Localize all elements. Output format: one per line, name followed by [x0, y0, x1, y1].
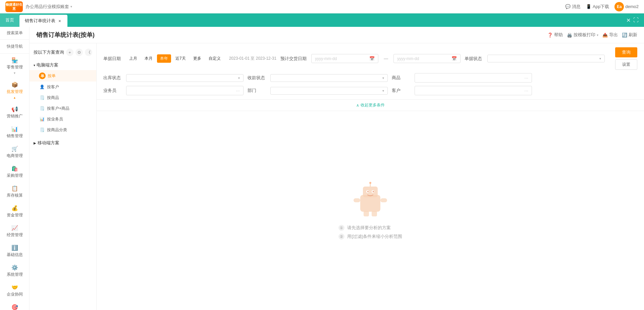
- window-expand-button[interactable]: ⛶: [633, 17, 639, 23]
- sidebar-item-marketing[interactable]: 📢 营销推广: [0, 103, 29, 122]
- scheme-group-pc-header[interactable]: ▾ 电脑端方案: [30, 60, 96, 70]
- svg-rect-8: [364, 211, 369, 216]
- sidebar-item-retail[interactable]: 🏪 零售管理 ▾: [0, 54, 29, 78]
- left-panel-title: 按以下方案查询: [34, 49, 64, 55]
- date-label: 单据日期: [103, 56, 122, 62]
- help-icon: ❓: [547, 33, 553, 38]
- chevron-down-icon: ▾: [382, 89, 384, 93]
- sidebar-item-newbie[interactable]: 🎯 新手引导: [0, 301, 29, 310]
- order-status-select[interactable]: ▾: [487, 55, 605, 62]
- scheme-item-by-goods[interactable]: 🗒️ 按商品: [30, 92, 96, 103]
- settings-button[interactable]: 设置: [615, 59, 637, 70]
- content-body: 按以下方案查询 ＋ ⊙ 《 ▾ 电脑端方案 单 按单: [30, 43, 644, 310]
- sidebar-quick-nav[interactable]: 快捷导航: [0, 40, 29, 54]
- date-btn-this-year[interactable]: 本年: [157, 54, 171, 63]
- customer-select[interactable]: ···: [415, 86, 532, 95]
- sidebar-item-ecommerce[interactable]: 🛒 电商管理: [0, 142, 29, 162]
- sales-icon: 📊: [11, 126, 18, 132]
- date-btn-7days[interactable]: 近7天: [172, 54, 189, 63]
- topbar-right: 💬 消息 📱 App下载 Ea demo2: [565, 2, 639, 11]
- filter-area: 单据日期 上月 本月 本年 近7天 更多 自定义 2023-01-01 至 20…: [97, 43, 644, 100]
- tip-num-1: ①: [338, 225, 344, 231]
- filter-row-salesman: 业务员 ··· 部门 ▾ 客户 ···: [103, 86, 637, 95]
- salesman-filter-label: 业务员: [103, 88, 122, 94]
- tab-home[interactable]: 首页: [0, 13, 19, 27]
- goods-filter-label: 商品: [392, 75, 411, 81]
- goods-select[interactable]: ···: [415, 73, 532, 83]
- dept-select[interactable]: ▾: [270, 87, 388, 95]
- svg-point-4: [367, 191, 369, 192]
- app-title[interactable]: 办公用品行业模拟账套 ▾: [25, 4, 72, 10]
- quick-nav-label[interactable]: 快捷导航: [0, 42, 29, 51]
- template-print-button[interactable]: 🖨️ 按模板打印 ▾: [567, 32, 598, 38]
- tabbar-actions: ✕ ⛶: [626, 13, 644, 27]
- message-button[interactable]: 💬 消息: [565, 4, 581, 10]
- sidebar-item-basic-info[interactable]: ℹ️ 基础信息: [0, 241, 29, 261]
- scheme-item-by-order[interactable]: 单 按单: [30, 70, 96, 82]
- system-icon: ⚙️: [11, 264, 18, 271]
- filter-action-buttons: 查询 设置: [615, 47, 637, 70]
- tab-close-button[interactable]: ×: [57, 18, 62, 23]
- ellipsis-icon: ···: [236, 88, 240, 93]
- sidebar-item-finance[interactable]: 💰 资金管理: [0, 202, 29, 221]
- sidebar-item-system[interactable]: ⚙️ 系统管理: [0, 261, 29, 281]
- robot-svg: [350, 182, 390, 218]
- sidebar-item-operations[interactable]: 📈 经营管理: [0, 221, 29, 241]
- refresh-button[interactable]: 🔄 刷新: [622, 32, 637, 38]
- scheme-item-by-salesman[interactable]: 📊 按业务员: [30, 114, 96, 124]
- ellipsis-icon: ···: [524, 75, 528, 81]
- date-buttons: 上月 本月 本年 近7天 更多 自定义: [126, 54, 224, 63]
- sidebar-search[interactable]: 搜索菜单: [0, 27, 29, 40]
- scheme-item-by-customer-goods[interactable]: 🗒️ 按客户+商品: [30, 103, 96, 114]
- collapse-icon: ∧: [356, 103, 359, 108]
- tab-sales-order-stats[interactable]: 销售订单统计表 ×: [19, 15, 67, 27]
- scheme-group-mobile-header[interactable]: ▶ 移动端方案: [30, 138, 96, 148]
- sidebar-item-purchase[interactable]: 🛍️ 采购管理: [0, 162, 29, 182]
- sidebar-item-enterprise[interactable]: 🤝 企业协同: [0, 281, 29, 301]
- chevron-down-icon: ▾: [34, 63, 35, 67]
- scheme-item-by-goods-category[interactable]: 🗒️ 按商品分类: [30, 124, 96, 135]
- date-btn-last-month[interactable]: 上月: [126, 54, 140, 63]
- sidebar-item-sales[interactable]: 📊 销售管理: [0, 122, 29, 142]
- user-menu[interactable]: Ea demo2: [614, 2, 639, 11]
- collapse-panel-button[interactable]: 《: [85, 49, 92, 56]
- customer-goods-icon: 🗒️: [39, 105, 45, 111]
- chevron-down-icon: ▾: [382, 76, 384, 80]
- salesman-select[interactable]: ···: [126, 86, 244, 95]
- date-btn-more[interactable]: 更多: [190, 54, 204, 63]
- delivery-date-start-input[interactable]: yyyy-mm-dd 📅: [311, 54, 378, 63]
- customer-icon: 👤: [39, 84, 45, 90]
- payment-status-label: 收款状态: [248, 75, 266, 81]
- right-panel: 单据日期 上月 本月 本年 近7天 更多 自定义 2023-01-01 至 20…: [97, 43, 644, 310]
- sidebar-item-inventory[interactable]: 📋 库存核算: [0, 182, 29, 202]
- delivery-status-select[interactable]: ▾: [126, 74, 244, 82]
- sidebar-item-wholesale[interactable]: 📦 批发管理 ▴: [0, 78, 29, 103]
- date-dash: —: [382, 56, 389, 61]
- scheme-group-mobile: ▶ 移动端方案: [30, 137, 96, 149]
- chevron-right-icon: ▶: [34, 141, 36, 145]
- scheme-item-by-customer[interactable]: 👤 按客户: [30, 82, 96, 92]
- svg-rect-0: [360, 195, 380, 212]
- delivery-date-end-input[interactable]: yyyy-mm-dd 📅: [393, 54, 461, 63]
- payment-status-select[interactable]: ▾: [270, 74, 388, 82]
- add-scheme-button[interactable]: ＋: [66, 49, 73, 56]
- window-close-button[interactable]: ✕: [626, 17, 631, 23]
- search-menu-label[interactable]: 搜索菜单: [3, 30, 26, 36]
- app-download-button[interactable]: 📱 App下载: [586, 4, 609, 10]
- download-icon: 📱: [586, 4, 591, 9]
- dept-filter-label: 部门: [248, 88, 266, 94]
- page-header: 销售订单统计表(按单) ❓ 帮助 🖨️ 按模板打印 ▾ 📤 导出 🔄 刷新: [30, 27, 644, 43]
- left-panel-actions: ＋ ⊙ 《: [66, 49, 92, 56]
- export-button[interactable]: 📤 导出: [602, 32, 618, 38]
- collapse-button[interactable]: ∧ 收起更多条件: [356, 102, 385, 108]
- date-btn-custom[interactable]: 自定义: [206, 54, 224, 63]
- ellipsis-icon: ···: [524, 88, 528, 93]
- data-area: ① 请先选择要分析的方案 ② 用[过滤]条件来缩小分析范围: [97, 111, 644, 310]
- operations-icon: 📈: [11, 225, 18, 231]
- date-btn-this-month[interactable]: 本月: [142, 54, 156, 63]
- help-button[interactable]: ❓ 帮助: [547, 32, 563, 38]
- empty-illustration: [350, 182, 390, 219]
- search-button[interactable]: 查询: [615, 47, 637, 57]
- settings-scheme-button[interactable]: ⊙: [75, 49, 83, 56]
- calendar-end-icon: 📅: [451, 56, 457, 61]
